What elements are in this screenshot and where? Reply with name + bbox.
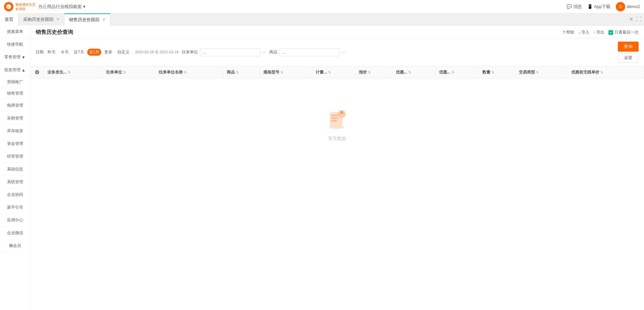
empty-state: 暂无数据 [30, 79, 644, 168]
date-range-text: 2023-02-18 至 2023-03-18 [135, 50, 178, 55]
date-btn-7days[interactable]: 近7天 [72, 49, 86, 56]
import-btn[interactable]: ↓ 导入 [578, 30, 589, 35]
sidebar-item-marketing[interactable]: 营销推广 [0, 76, 30, 88]
help-btn[interactable]: ? 帮助 [563, 30, 574, 35]
sidebar-item-vip[interactable]: 畅会员 [0, 240, 30, 252]
svg-rect-5 [331, 117, 338, 119]
partner-dots-btn[interactable]: ··· [262, 50, 266, 55]
sidebar-item-ecommerce[interactable]: 电商管理 [0, 99, 30, 112]
sidebar-item-enterprise[interactable]: 企业协同 [0, 189, 30, 201]
sidebar-label-vip: 畅会员 [9, 243, 21, 248]
app-selector[interactable]: 办公用品行业模拟账套 ▾ [38, 4, 86, 10]
col-goods[interactable]: 商品 ⇅ [223, 66, 260, 79]
partner-filter-group: 往来单位 ··· [182, 48, 266, 56]
expand-btn[interactable]: ⛶ [636, 16, 641, 22]
close-all-btn[interactable]: ✕ [629, 16, 633, 22]
tab-home-label: 首页 [5, 16, 13, 22]
table-head: ⚙ 业务发生... ⇅ 往来单位 ⇅ [30, 66, 644, 79]
date-filter-group: 日期 昨天 今天 近7天 近1月 更多 自定义 [36, 49, 131, 56]
col-unit[interactable]: 计量... ⇅ [312, 66, 356, 79]
logo-icon: 6 [4, 2, 13, 11]
sidebar-item-sales-mgmt[interactable]: 销售管理 [0, 88, 30, 99]
date-btn-custom[interactable]: 自定义 [115, 49, 131, 56]
sort-trade-type-icon: ⇅ [536, 70, 539, 74]
date-btn-more[interactable]: 更多 [102, 49, 114, 56]
col-discount2[interactable]: 优惠... ⇅ [435, 66, 479, 79]
tab-purchase[interactable]: 采购历史价跟踪 ✕ [18, 13, 64, 25]
empty-text: 暂无数据 [328, 136, 346, 142]
sidebar-item-newbie[interactable]: 新手引导 [0, 201, 30, 214]
dropdown-icon: ▾ [83, 4, 86, 9]
settings-button[interactable]: 设置 [618, 53, 639, 63]
sidebar-item-search[interactable]: 搜索菜单 [0, 25, 30, 38]
goods-dots-btn[interactable]: ··· [342, 50, 345, 55]
last-only-area[interactable]: 只看最后一次 [608, 30, 639, 35]
query-button[interactable]: 查询 [618, 42, 639, 52]
sort-discount2-icon: ⇅ [451, 70, 454, 74]
sidebar-label-apps: 应用中心 [7, 218, 23, 222]
page-header: 销售历史价查询 ? 帮助 ↓ 导入 ↑ 导出 只看 [30, 25, 644, 38]
tab-bar: 首页 采购历史价跟踪 ✕ 销售历史价跟踪 ✕ ✕ ⛶ [0, 13, 644, 25]
message-btn[interactable]: 💬 消息 [567, 4, 582, 10]
svg-point-8 [341, 111, 343, 113]
col-partner-name[interactable]: 往来单位名称 ⇅ [155, 66, 223, 79]
sidebar-label-system: 系统管理 [7, 179, 23, 184]
col-discount1[interactable]: 优惠... ⇅ [392, 66, 435, 79]
date-btn-yesterday[interactable]: 昨天 [46, 49, 58, 56]
sidebar-item-basic[interactable]: 基础信息 [0, 163, 30, 176]
partner-input[interactable] [200, 48, 260, 56]
app-name: 办公用品行业模拟账套 [38, 4, 82, 10]
sort-goods-icon: ⇅ [236, 70, 238, 74]
svg-text:6: 6 [7, 5, 9, 8]
filter-bar: 日期 昨天 今天 近7天 近1月 更多 自定义 2023-02-18 至 202… [30, 38, 644, 66]
goods-label: 商品 [269, 49, 277, 55]
tab-home[interactable]: 首页 [0, 13, 18, 25]
sidebar-label-retail: 零售管理 [4, 54, 20, 60]
page-actions: ? 帮助 ↓ 导入 ↑ 导出 只看最后一次 [563, 30, 639, 35]
download-icon: 📱 [587, 4, 593, 9]
col-trade-type[interactable]: 交易类型 ⇅ [516, 66, 568, 79]
app-download-btn[interactable]: 📱 App下载 [587, 4, 610, 10]
col-biz-date[interactable]: 业务发生... ⇅ [44, 66, 103, 79]
partner-label: 往来单位 [182, 49, 198, 55]
col-settings[interactable]: ⚙ [30, 66, 44, 79]
tab-purchase-close[interactable]: ✕ [56, 17, 59, 21]
sidebar-label-enterprise: 企业协同 [7, 192, 23, 197]
data-table: ⚙ 业务发生... ⇅ 往来单位 ⇅ [30, 66, 644, 79]
top-header: 6 畅捷通好生意 标准版 办公用品行业模拟账套 ▾ 💬 消息 📱 App下载 D… [0, 0, 644, 13]
tab-sales-close[interactable]: ✕ [102, 17, 105, 22]
sidebar-label-sales-mgmt: 销售管理 [7, 91, 23, 96]
goods-input[interactable] [279, 48, 340, 56]
sidebar-item-retail[interactable]: 零售管理 ▼ [0, 51, 30, 64]
sidebar-item-inventory[interactable]: 库存核算 [0, 125, 30, 138]
sort-qty-icon: ⇅ [491, 70, 494, 74]
col-quote[interactable]: 报价 ⇅ [356, 66, 392, 79]
sidebar-label-inventory: 库存核算 [7, 128, 23, 133]
sidebar-item-wholesale[interactable]: 批发管理 ▲ [0, 64, 30, 76]
export-btn[interactable]: ↑ 导出 [593, 30, 604, 35]
user-area[interactable]: D demo2 [616, 2, 640, 11]
sidebar-item-shortcut[interactable]: 快捷导航 [0, 38, 30, 51]
sidebar-item-finance[interactable]: 资金管理 [0, 138, 30, 150]
date-btn-1month[interactable]: 近1月 [87, 49, 102, 56]
last-only-checkbox[interactable] [608, 30, 613, 35]
sidebar-item-operation[interactable]: 经营管理 [0, 150, 30, 163]
col-qty[interactable]: 数量 ⇅ [479, 66, 515, 79]
date-btn-today[interactable]: 今天 [59, 49, 71, 56]
sidebar-label-purchase-mgmt: 采购管理 [7, 116, 23, 120]
sidebar-item-wechat[interactable]: 企业微信 [0, 227, 30, 240]
import-icon: ↓ [578, 30, 580, 35]
sidebar-item-apps[interactable]: 应用中心 [0, 214, 30, 227]
tab-sales[interactable]: 销售历史价跟踪 ✕ [64, 13, 110, 25]
sort-partner-code-icon: ⇅ [123, 70, 126, 74]
col-partner-code[interactable]: 往来单位 ⇅ [103, 66, 155, 79]
logo-text: 畅捷通好生意 标准版 [15, 2, 36, 11]
col-spec[interactable]: 规格型号 ⇅ [260, 66, 312, 79]
col-pre-discount[interactable]: 优惠前无税单价 ⇅ [568, 66, 644, 79]
sidebar-label-newbie: 新手引导 [7, 205, 23, 210]
header-left: 6 畅捷通好生意 标准版 办公用品行业模拟账套 ▾ [4, 2, 86, 11]
sidebar-item-system[interactable]: 系统管理 [0, 176, 30, 189]
sidebar-item-purchase-mgmt[interactable]: 采购管理 [0, 112, 30, 125]
export-icon: ↑ [593, 30, 595, 35]
gear-icon[interactable]: ⚙ [35, 69, 39, 75]
